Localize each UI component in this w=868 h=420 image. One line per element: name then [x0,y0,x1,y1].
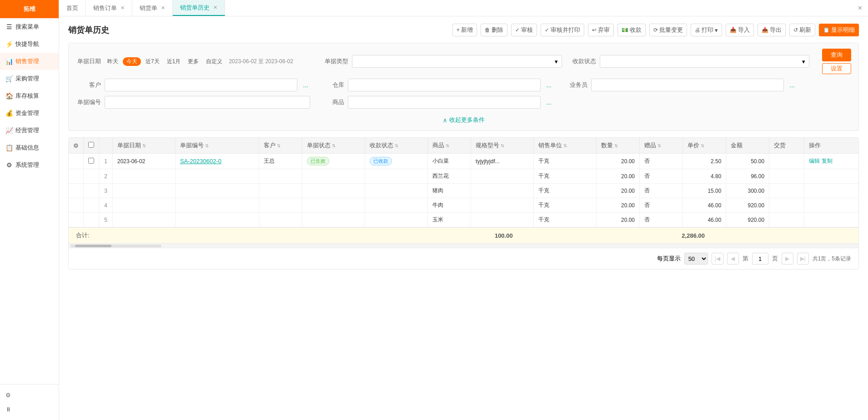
tab-spacer [225,0,852,16]
next-page-btn[interactable]: ▶ [782,253,793,265]
new-button[interactable]: + 新增 [452,24,477,36]
sort-doc-no-icon[interactable]: ⇅ [205,143,209,148]
td-customer-2 [259,169,302,184]
collect-button[interactable]: 💵 收款 [617,24,646,36]
sidebar-settings-btn[interactable]: ⚙ [0,388,59,402]
import-button[interactable]: 📥 导入 [726,24,754,36]
doc-status-badge-1: 已生效 [307,157,329,165]
td-qty-4: 20.00 [596,198,639,213]
td-unit-2: 千克 [533,169,596,184]
tab-sales-delivery[interactable]: 销货单 ✕ [132,0,173,16]
th-price: 单价 ⇅ [683,138,726,154]
prev-page-btn[interactable]: ◀ [727,253,739,265]
last-page-btn[interactable]: ▶| [797,253,809,265]
tab-sales-order-close[interactable]: ✕ [120,5,125,11]
sort-gift-icon[interactable]: ⇅ [657,143,661,148]
sort-customer-icon[interactable]: ⇅ [277,143,281,148]
customer-select-btn[interactable]: ... [301,81,310,89]
tab-sales-order[interactable]: 销售订单 ✕ [86,0,132,16]
doc-type-label: 单据类型 [323,57,348,65]
date-option-more[interactable]: 更多 [185,57,201,66]
op-edit-1[interactable]: 编辑 [809,157,820,165]
page-size-label: 每页显示 [657,255,681,263]
horizontal-scrollbar[interactable] [69,243,858,248]
batch-change-button[interactable]: ⟳ 批量变更 [649,24,687,36]
export-button[interactable]: 📤 导出 [758,24,786,36]
td-docdate-2 [113,169,176,184]
op-copy-1[interactable]: 复制 [822,157,833,165]
window-close-btn[interactable]: ✕ [852,0,868,16]
delete-button[interactable]: 🗑 删除 [481,24,507,36]
sort-price-icon[interactable]: ⇅ [701,143,704,148]
th-unit: 销售单位 ⇅ [533,138,596,154]
warehouse-input[interactable] [348,79,541,91]
goods-select-btn[interactable]: ... [544,99,553,106]
date-option-1month[interactable]: 近1月 [164,57,184,66]
gear-icon[interactable]: ⚙ [73,142,79,149]
date-option-7days[interactable]: 近7天 [143,57,162,66]
doc-no-input[interactable] [105,96,310,109]
td-docstatus-2 [302,169,365,184]
date-option-yesterday[interactable]: 昨天 [105,57,121,66]
sidebar-item-sys-mgmt[interactable]: ⚙ 系统管理 [0,156,59,174]
goods-input[interactable] [348,96,541,109]
page-number-input[interactable] [752,253,768,265]
sort-qty-icon[interactable]: ⇅ [614,143,618,148]
show-detail-button[interactable]: 📋 显示明细 [819,24,859,36]
tab-sales-history-close[interactable]: ✕ [213,5,217,10]
sidebar-item-label: 基础信息 [15,144,39,152]
sidebar-item-search-menu[interactable]: ☰ 搜索菜单 [0,18,59,35]
collapse-filter-btn[interactable]: ∧ 收起更多条件 [76,113,851,125]
sidebar-pause-btn[interactable]: ⏸ [0,402,59,416]
sidebar-item-purchase-mgmt[interactable]: 🛒 采购管理 [0,70,59,87]
tab-home[interactable]: 首页 [59,0,86,16]
sales-person-input[interactable] [591,79,784,91]
sort-collect-status-icon[interactable]: ⇅ [395,143,398,148]
setting-button[interactable]: 设置 [822,63,851,74]
customer-input[interactable] [105,79,297,91]
data-table-wrapper: ⚙ 单据日期 ⇅ [68,137,859,270]
table-row: 2 西兰花 千克 20.00 否 4.80 96.0 [69,169,858,184]
abandon-button[interactable]: ↩ 弃审 [588,24,614,36]
td-checkbox-5 [84,213,99,227]
page-size-select[interactable]: 50 100 200 [684,253,708,265]
select-all-checkbox[interactable] [88,142,94,148]
td-gear-5 [69,213,84,227]
sidebar-item-operation-mgmt[interactable]: 📈 经营管理 [0,122,59,139]
approve-button[interactable]: ✓ 审核 [511,24,537,36]
row-checkbox-1[interactable] [88,158,94,164]
print-icon: 🖨 [695,27,700,33]
first-page-btn[interactable]: |◀ [712,253,723,265]
doc-no-link-1[interactable]: SA-20230602-0 [180,158,221,165]
sidebar-item-quick-nav[interactable]: ⚡ 快捷导航 [0,35,59,53]
filter-area: 单据日期 昨天 今天 近7天 近1月 更多 自定义 2023-06-02 至 2… [68,43,859,131]
print-button[interactable]: 🖨 打印 ▾ [691,24,722,36]
date-option-today[interactable]: 今天 [123,57,141,66]
sort-spec-icon[interactable]: ⇅ [501,143,504,148]
tab-sales-history[interactable]: 销货单历史 ✕ [173,0,225,16]
date-option-custom[interactable]: 自定义 [203,57,225,66]
approve-print-button[interactable]: ✓ 审核并打印 [541,24,584,36]
warehouse-select-btn[interactable]: ... [544,81,553,89]
collect-status-select[interactable]: ▾ [600,55,809,68]
sales-person-select-btn[interactable]: ... [788,81,797,89]
refresh-button[interactable]: ↺ 刷新 [789,24,815,36]
td-checkbox-3 [84,184,99,198]
sidebar-item-basic-info[interactable]: 📋 基础信息 [0,139,59,156]
sort-goods-icon[interactable]: ⇅ [446,143,449,148]
sort-doc-status-icon[interactable]: ⇅ [332,143,336,148]
doc-type-select[interactable]: ▾ [352,55,562,68]
sidebar-item-inventory-calc[interactable]: 🏠 库存核算 [0,87,59,105]
sidebar-item-sales-mgmt[interactable]: 📊 销售管理 [0,53,59,70]
scrollbar-thumb[interactable] [75,245,111,247]
query-button[interactable]: 查询 [822,49,851,61]
print-label: 打印 [702,26,713,34]
sidebar-item-finance-mgmt[interactable]: 💰 资金管理 [0,105,59,122]
sort-doc-date-icon[interactable]: ⇅ [142,143,146,148]
sys-mgmt-icon: ⚙ [5,161,13,169]
td-op-3 [804,184,858,198]
td-docno-5 [175,213,259,227]
sort-unit-icon[interactable]: ⇅ [563,143,567,148]
td-amount-5: 920.00 [726,213,769,227]
tab-sales-delivery-close[interactable]: ✕ [161,5,165,11]
